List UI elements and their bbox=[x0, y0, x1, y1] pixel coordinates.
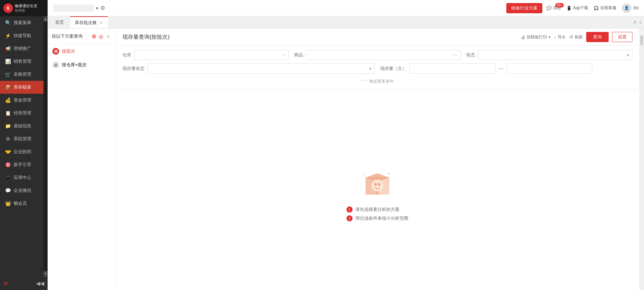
content-area: 按以下方案查询 ⊕ ◎ « 按 按批次 ◎ 按仓库+批次 现存量查询(按批次) bbox=[48, 29, 644, 290]
settings-outline-btn[interactable]: 设置 bbox=[612, 32, 632, 42]
stock-qty-min-input[interactable] bbox=[409, 64, 495, 74]
sidebar-item-label: 畅会员 bbox=[14, 200, 27, 206]
app-download-btn[interactable]: 📱 App下载 bbox=[566, 5, 588, 11]
phone-icon: 📱 bbox=[566, 6, 572, 11]
sidebar-item-wechat[interactable]: 💬 企业微信 bbox=[0, 184, 44, 197]
sidebar-item-system[interactable]: ⚙ 系统管理 bbox=[0, 132, 44, 145]
filter-group-status: 状态 ▾ bbox=[466, 50, 632, 60]
sidebar-scrollbar: ▲ ▼ bbox=[44, 16, 48, 276]
export-btn[interactable]: ↓ 导出 bbox=[554, 34, 566, 40]
scheme-dot-gray: ◎ bbox=[52, 61, 59, 68]
goods-label: 商品 bbox=[294, 52, 303, 58]
tab-inventory-batch[interactable]: 库存批次账 × bbox=[70, 16, 108, 28]
operations-icon: 📋 bbox=[5, 110, 11, 116]
scroll-thumb bbox=[640, 35, 643, 46]
sidebar-item-app-center[interactable]: 📱 应用中心 bbox=[0, 171, 44, 184]
status-dropdown-icon: ▾ bbox=[627, 53, 629, 58]
sidebar-item-membership[interactable]: 👑 畅会员 bbox=[0, 197, 44, 210]
settings-scheme-btn[interactable]: ◎ bbox=[99, 33, 103, 40]
empty-tip-2: 2 用过滤条件来缩小分析范围 bbox=[346, 215, 408, 221]
filter-row-2: 现存量状态 ▾ 现存量（主） — bbox=[122, 64, 632, 74]
tip-text-1: 请先选择要分析的方案 bbox=[355, 206, 400, 213]
sidebar-item-inventory[interactable]: 📦 库存核算 bbox=[0, 81, 44, 94]
sales-icon: 📊 bbox=[5, 58, 11, 65]
sidebar-item-operations[interactable]: 📋 经营管理 bbox=[0, 107, 44, 120]
tab-home[interactable]: 首页 bbox=[50, 16, 69, 28]
sidebar-item-finance[interactable]: 💰 资金管理 bbox=[0, 94, 44, 107]
goods-dots-icon[interactable]: ··· bbox=[453, 52, 457, 58]
collapse-left-panel-btn[interactable]: « bbox=[105, 32, 111, 41]
goods-input[interactable]: ··· bbox=[306, 50, 460, 60]
sidebar-item-enterprise[interactable]: 🤝 企业协同 bbox=[0, 145, 44, 158]
filter-group-stock-status: 现存量状态 ▾ bbox=[122, 64, 375, 74]
tip-num-2: 2 bbox=[346, 215, 353, 221]
home-tab-label: 首页 bbox=[55, 19, 64, 25]
sidebar-item-marketing[interactable]: 📢 营销推广 bbox=[0, 42, 44, 55]
topbar-settings-btn[interactable]: ⚙ bbox=[100, 5, 105, 11]
warehouse-label: 仓库 bbox=[122, 52, 131, 58]
sidebar-item-sales[interactable]: 📊 销售管理 bbox=[0, 55, 44, 68]
sidebar-item-purchase[interactable]: 🛒 采购管理 bbox=[0, 68, 44, 81]
sidebar-item-label: 基础信息 bbox=[14, 123, 31, 129]
close-panel-btn[interactable]: × bbox=[633, 19, 637, 25]
sidebar-item-quick-nav[interactable]: ⚡ 快捷导航 bbox=[0, 29, 44, 42]
warehouse-dots-icon[interactable]: ··· bbox=[281, 52, 286, 58]
online-support-btn[interactable]: 🎧 在线客服 bbox=[594, 5, 616, 11]
filter-group-stock-qty: 现存量（主） — bbox=[380, 64, 632, 74]
page-title: 现存量查询(按批次) bbox=[122, 34, 170, 41]
membership-icon: 👑 bbox=[5, 200, 11, 206]
sidebar-collapse-btn[interactable]: ◀◀ bbox=[36, 280, 44, 287]
scroll-down-btn[interactable]: ▼ bbox=[44, 271, 48, 276]
refresh-btn[interactable]: ↺ 刷新 bbox=[569, 34, 583, 40]
print-dropdown-icon: ▾ bbox=[548, 35, 550, 39]
scroll-up-btn[interactable]: ▲ bbox=[44, 16, 48, 22]
header-actions: 🖨 按模板打印 ▾ ↓ 导出 ↺ 刷新 查询 设置 bbox=[521, 32, 632, 42]
svg-point-6 bbox=[375, 183, 377, 186]
sidebar-item-search[interactable]: 🔍 搜索菜单 bbox=[0, 16, 44, 29]
sidebar-item-label: 搜索菜单 bbox=[14, 20, 31, 26]
svg-text:✦: ✦ bbox=[387, 171, 390, 176]
app-subtitle: 标准版 bbox=[15, 8, 37, 13]
messages-btn[interactable]: 💬 消息 99+ bbox=[546, 5, 561, 11]
sidebar-item-label: 新手引导 bbox=[14, 162, 31, 168]
sidebar-item-basics[interactable]: 📁 基础信息 bbox=[0, 120, 44, 132]
scheme-item-warehouse-batch[interactable]: ◎ 按仓库+批次 bbox=[48, 58, 115, 72]
stock-status-dropdown-icon: ▾ bbox=[369, 66, 372, 71]
app-title: 畅康通好生意 bbox=[15, 3, 37, 8]
warehouse-input[interactable]: ··· bbox=[134, 50, 289, 60]
sidebar-footer: ⚙ ◀◀ bbox=[0, 276, 48, 290]
page-header: 现存量查询(按批次) 🖨 按模板打印 ▾ ↓ 导出 ↺ 刷新 bbox=[116, 29, 639, 46]
stock-qty-max-input[interactable] bbox=[506, 64, 592, 74]
empty-tips: 1 请先选择要分析的方案 2 用过滤条件来缩小分析范围 bbox=[346, 206, 408, 221]
tab-close-btn[interactable]: × bbox=[99, 20, 103, 25]
chevron-right-icon[interactable]: › bbox=[639, 19, 641, 26]
query-btn[interactable]: 查询 bbox=[586, 32, 609, 42]
quick-nav-icon: ⚡ bbox=[5, 33, 11, 39]
finance-icon: 💰 bbox=[5, 97, 11, 103]
message-icon: 💬 bbox=[546, 6, 552, 11]
left-panel-actions: ⊕ ◎ « bbox=[91, 32, 111, 41]
topbar-right: 💬 消息 99+ 📱 App下载 🎧 在线客服 👤 Rit bbox=[546, 3, 639, 13]
settings-gear-btn[interactable]: ⚙ bbox=[3, 280, 8, 287]
enterprise-icon: 🤝 bbox=[5, 149, 11, 155]
topbar-dropdown-btn[interactable]: ▾ bbox=[96, 5, 98, 11]
status-select[interactable]: ▾ bbox=[478, 50, 632, 60]
topbar-search-input[interactable] bbox=[53, 4, 94, 12]
scheme-item-batch[interactable]: 按 按批次 bbox=[48, 44, 115, 58]
sidebar-item-newbie[interactable]: 🎯 新手引导 bbox=[0, 158, 44, 171]
filter-row-1: 仓库 ··· 商品 ··· 状态 bbox=[122, 50, 632, 60]
svg-text:✦: ✦ bbox=[388, 180, 391, 183]
sidebar-item-label: 快捷导航 bbox=[14, 33, 31, 39]
avatar: 👤 bbox=[622, 3, 631, 13]
stock-qty-label: 现存量（主） bbox=[380, 66, 407, 72]
add-scheme-btn[interactable]: ⊕ bbox=[91, 33, 97, 40]
print-icon: 🖨 bbox=[521, 34, 525, 40]
print-btn[interactable]: 🖨 按模板打印 ▾ bbox=[521, 34, 550, 40]
search-icon: 🔍 bbox=[5, 20, 11, 26]
collapse-more-btn[interactable]: ⌃⌃ 收起更多条件 bbox=[122, 77, 632, 86]
main-scrollbar[interactable] bbox=[639, 29, 644, 290]
stock-status-select[interactable]: ▾ bbox=[147, 64, 375, 74]
trial-industry-btn[interactable]: 体验行业方案 bbox=[506, 3, 542, 13]
system-icon: ⚙ bbox=[5, 136, 11, 142]
sidebar-item-label: 采购管理 bbox=[14, 71, 31, 77]
